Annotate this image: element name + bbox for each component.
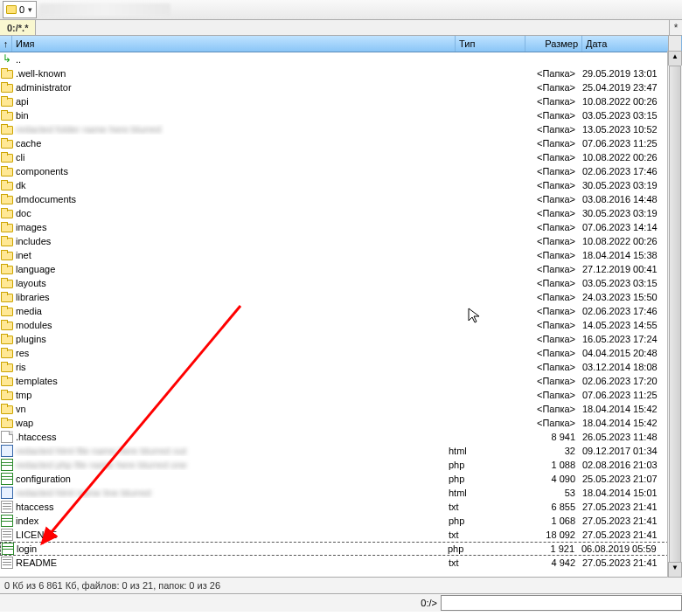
drive-label: 0 [19,4,24,15]
file-name: cli [14,152,445,163]
file-date: 27.05.2023 21:41 [581,502,668,512]
file-type: html [445,446,518,456]
active-tab[interactable]: 0:/*.* [0,20,36,35]
file-name: vn [14,404,445,414]
file-row[interactable]: vn<Папка>18.04.2014 15:42 [0,402,682,416]
file-row[interactable]: res<Папка>04.04.2015 20:48 [0,346,682,360]
file-row[interactable]: bin<Папка>03.05.2023 03:15 [0,108,682,122]
tab-star-button[interactable]: * [669,20,682,35]
drive-icon [5,3,17,16]
file-date: 30.05.2023 03:19 [581,180,668,190]
header-date[interactable]: Дата [582,36,668,52]
file-name: inet [14,250,445,260]
folder-icon [1,403,13,415]
file-row[interactable]: cli<Папка>10.08.2022 00:26 [0,150,682,164]
tab-spacer [36,20,669,35]
file-row[interactable]: images<Папка>07.06.2023 14:14 [0,220,682,234]
folder-icon [1,291,13,303]
header-sort-arrow[interactable]: ↑ [0,36,12,52]
file-icon [1,431,13,443]
file-panel: ↑ Имя Тип Размер Дата .. .well-known<Пап… [0,36,682,577]
file-name: language [14,264,445,274]
file-row-selected[interactable]: loginphp1 92106.08.2019 05:59 [0,542,682,556]
file-row[interactable]: redacted html file name here blurred out… [0,444,682,458]
file-date: 02.06.2023 17:20 [581,376,668,386]
file-type: php [445,460,518,470]
file-row[interactable]: ris<Папка>03.12.2014 18:08 [0,360,682,374]
file-date: 27.05.2023 21:41 [581,516,668,526]
file-name: includes [14,236,445,246]
file-row[interactable]: wap<Папка>18.04.2014 15:42 [0,416,682,430]
scroll-up-button[interactable]: ▲ [668,51,682,66]
header-type[interactable]: Тип [456,36,525,52]
file-row[interactable]: layouts<Папка>03.05.2023 03:15 [0,276,682,290]
drive-selector[interactable]: 0 ▾ [3,1,37,18]
folder-icon [1,249,13,261]
status-bar: 0 Кб из 6 861 Кб, файлов: 0 из 21, папок… [0,577,682,593]
file-row[interactable]: includes<Папка>10.08.2022 00:26 [0,234,682,248]
file-name: dk [14,180,445,190]
folder-icon [1,179,13,191]
file-list[interactable]: .. .well-known<Папка>29.05.2019 13:01adm… [0,52,682,577]
file-row[interactable]: api<Папка>10.08.2022 00:26 [0,94,682,108]
file-date: 07.06.2023 14:14 [581,222,668,232]
file-size: 32 [518,446,581,456]
file-size: <Папка> [518,82,581,93]
file-date: 27.05.2023 21:41 [581,529,668,540]
file-row[interactable]: components<Папка>02.06.2023 17:46 [0,164,682,178]
folder-icon [1,347,13,359]
file-row[interactable]: inet<Папка>18.04.2014 15:38 [0,248,682,262]
file-row[interactable]: redacted html name line blurredhtml5318.… [0,486,682,500]
file-row[interactable]: READMEtxt4 94227.05.2023 21:41 [0,556,682,570]
header-name[interactable]: Имя [12,36,456,52]
file-row[interactable]: dmdocuments<Папка>03.08.2016 14:48 [0,192,682,206]
file-row[interactable]: modules<Папка>14.05.2023 14:55 [0,318,682,332]
file-row[interactable]: plugins<Папка>16.05.2023 17:24 [0,332,682,346]
file-size: <Папка> [518,250,581,260]
file-row[interactable]: redacted folder name here blurred<Папка>… [0,122,682,136]
status-text: 0 Кб из 6 861 Кб, файлов: 0 из 21, папок… [4,580,220,591]
file-row[interactable]: .htaccess8 94126.05.2023 11:48 [0,430,682,444]
scroll-thumb[interactable] [669,66,681,564]
file-row[interactable]: configurationphp4 09025.05.2023 21:07 [0,472,682,486]
file-row[interactable]: .well-known<Папка>29.05.2019 13:01 [0,66,682,80]
file-size: <Папка> [518,96,581,107]
file-size: <Папка> [518,68,581,79]
parent-dir-row[interactable]: .. [0,52,682,66]
file-date: 02.06.2023 17:46 [581,166,668,176]
file-row[interactable]: htaccesstxt6 85527.05.2023 21:41 [0,500,682,514]
file-size: 4 942 [518,557,581,568]
file-size: <Папка> [518,320,581,330]
file-row[interactable]: language<Папка>27.12.2019 00:41 [0,262,682,276]
folder-icon [1,137,13,149]
scroll-track[interactable] [668,66,682,563]
file-row[interactable]: indexphp1 06827.05.2023 21:41 [0,514,682,528]
file-date: 27.12.2019 00:41 [581,264,668,274]
file-row[interactable]: redacted php file name here blurred onep… [0,458,682,472]
file-name: redacted php file name here blurred one [14,460,445,470]
vertical-scrollbar[interactable]: ▲ ▼ [667,51,682,578]
address-blurred [39,3,170,16]
file-row[interactable]: tmp<Папка>07.06.2023 11:25 [0,388,682,402]
command-path: 0:/> [0,598,441,608]
file-row[interactable]: media<Папка>02.06.2023 17:46 [0,304,682,318]
file-row[interactable]: LICENSEtxt18 09227.05.2023 21:41 [0,528,682,542]
file-row[interactable]: templates<Папка>02.06.2023 17:20 [0,374,682,388]
file-name: redacted folder name here blurred [14,124,445,135]
folder-icon [1,95,13,107]
file-row[interactable]: libraries<Папка>24.03.2023 15:50 [0,290,682,304]
header-size[interactable]: Размер [525,36,582,52]
folder-icon [1,375,13,387]
command-input[interactable] [441,595,682,611]
html-icon [1,445,13,457]
file-size: <Папка> [518,306,581,316]
chevron-down-icon: ▾ [28,5,32,14]
file-type: php [444,543,518,554]
file-row[interactable]: administrator<Папка>25.04.2019 23:47 [0,80,682,94]
file-row[interactable]: doc<Папка>30.05.2023 03:19 [0,206,682,220]
file-date: 02.06.2023 17:46 [581,306,668,316]
scroll-down-button[interactable]: ▼ [668,562,682,578]
file-row[interactable]: cache<Папка>07.06.2023 11:25 [0,136,682,150]
file-row[interactable]: dk<Папка>30.05.2023 03:19 [0,178,682,192]
file-name: plugins [14,334,445,344]
